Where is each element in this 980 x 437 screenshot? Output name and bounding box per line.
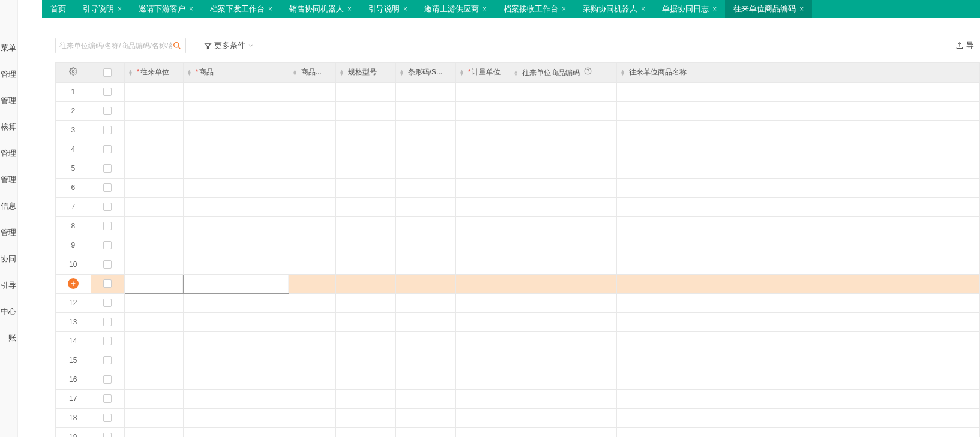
cell[interactable]	[335, 216, 395, 236]
sidebar-item[interactable]: 菜单	[0, 35, 17, 61]
cell[interactable]	[395, 178, 455, 197]
cell[interactable]	[289, 216, 335, 236]
cell[interactable]	[124, 427, 183, 437]
cell[interactable]	[183, 312, 289, 331]
close-icon[interactable]: ×	[641, 5, 645, 13]
cell[interactable]	[616, 159, 980, 178]
cell[interactable]	[289, 101, 335, 120]
cell[interactable]	[395, 331, 455, 351]
cell[interactable]	[335, 236, 395, 255]
cell[interactable]	[124, 408, 183, 427]
cell[interactable]	[616, 427, 980, 437]
cell[interactable]	[183, 197, 289, 216]
cell[interactable]	[289, 293, 335, 312]
tab[interactable]: 邀请上游供应商×	[416, 0, 495, 18]
cell[interactable]	[124, 140, 183, 159]
search-icon[interactable]	[172, 41, 182, 50]
cell[interactable]	[124, 389, 183, 408]
row-checkbox[interactable]	[103, 241, 112, 249]
cell[interactable]	[124, 82, 183, 101]
cell[interactable]	[616, 120, 980, 140]
cell[interactable]	[455, 389, 510, 408]
add-row-icon[interactable]: +	[68, 278, 79, 289]
table-row[interactable]: 3	[56, 120, 980, 140]
cell[interactable]	[616, 101, 980, 120]
col-settings[interactable]	[56, 63, 91, 82]
cell[interactable]	[510, 370, 616, 389]
cell[interactable]	[335, 351, 395, 370]
cell[interactable]	[395, 236, 455, 255]
cell[interactable]	[289, 255, 335, 274]
cell[interactable]	[335, 197, 395, 216]
cell[interactable]	[183, 389, 289, 408]
cell[interactable]	[616, 351, 980, 370]
row-checkbox[interactable]	[103, 414, 112, 422]
cell[interactable]	[455, 255, 510, 274]
cell[interactable]	[395, 312, 455, 331]
cell[interactable]	[395, 255, 455, 274]
cell[interactable]	[335, 274, 395, 293]
table-row[interactable]: 5	[56, 159, 980, 178]
cell[interactable]	[395, 101, 455, 120]
cell[interactable]	[183, 331, 289, 351]
table-row[interactable]: 17	[56, 389, 980, 408]
row-checkbox[interactable]	[103, 107, 112, 115]
cell[interactable]	[510, 408, 616, 427]
cell[interactable]	[335, 178, 395, 197]
col-partner-name[interactable]: ▲▼ 往来单位商品名称	[616, 63, 980, 82]
cell[interactable]	[183, 408, 289, 427]
tab[interactable]: 首页	[42, 0, 74, 18]
cell[interactable]	[289, 408, 335, 427]
cell[interactable]	[395, 427, 455, 437]
cell[interactable]	[616, 178, 980, 197]
cell[interactable]	[183, 120, 289, 140]
cell[interactable]	[395, 159, 455, 178]
cell[interactable]	[510, 216, 616, 236]
cell[interactable]	[395, 389, 455, 408]
cell[interactable]	[289, 331, 335, 351]
cell[interactable]	[124, 255, 183, 274]
col-barcode[interactable]: ▲▼ 条形码/S...	[395, 63, 455, 82]
row-checkbox[interactable]	[103, 433, 112, 437]
cell[interactable]	[183, 178, 289, 197]
cell[interactable]	[510, 255, 616, 274]
close-icon[interactable]: ×	[403, 5, 407, 13]
cell[interactable]	[510, 82, 616, 101]
cell[interactable]	[616, 312, 980, 331]
cell[interactable]	[395, 216, 455, 236]
cell[interactable]	[455, 351, 510, 370]
cell[interactable]	[183, 101, 289, 120]
table-row[interactable]: 18	[56, 408, 980, 427]
cell[interactable]	[616, 408, 980, 427]
row-checkbox[interactable]	[103, 164, 112, 173]
cell[interactable]	[455, 178, 510, 197]
cell[interactable]	[395, 408, 455, 427]
col-product-extra[interactable]: ▲▼ 商品...	[289, 63, 335, 82]
cell[interactable]	[124, 312, 183, 331]
sidebar-item[interactable]: 管理	[0, 88, 17, 114]
cell[interactable]	[289, 82, 335, 101]
cell[interactable]	[395, 351, 455, 370]
cell[interactable]	[395, 370, 455, 389]
cell[interactable]	[616, 255, 980, 274]
cell[interactable]	[616, 331, 980, 351]
cell[interactable]	[289, 312, 335, 331]
cell[interactable]	[510, 101, 616, 120]
search-input[interactable]	[59, 41, 172, 50]
tab[interactable]: 销售协同机器人×	[281, 0, 360, 18]
close-icon[interactable]: ×	[562, 5, 566, 13]
tab[interactable]: 档案接收工作台×	[495, 0, 574, 18]
cell[interactable]	[335, 120, 395, 140]
close-icon[interactable]: ×	[799, 5, 804, 13]
cell[interactable]	[124, 274, 183, 293]
cell[interactable]	[124, 351, 183, 370]
cell[interactable]	[616, 293, 980, 312]
cell[interactable]	[183, 427, 289, 437]
cell[interactable]	[124, 159, 183, 178]
cell[interactable]	[124, 197, 183, 216]
tab[interactable]: 采购协同机器人×	[574, 0, 654, 18]
table-row[interactable]: 15	[56, 351, 980, 370]
cell[interactable]	[289, 236, 335, 255]
cell[interactable]	[455, 370, 510, 389]
cell[interactable]	[124, 370, 183, 389]
